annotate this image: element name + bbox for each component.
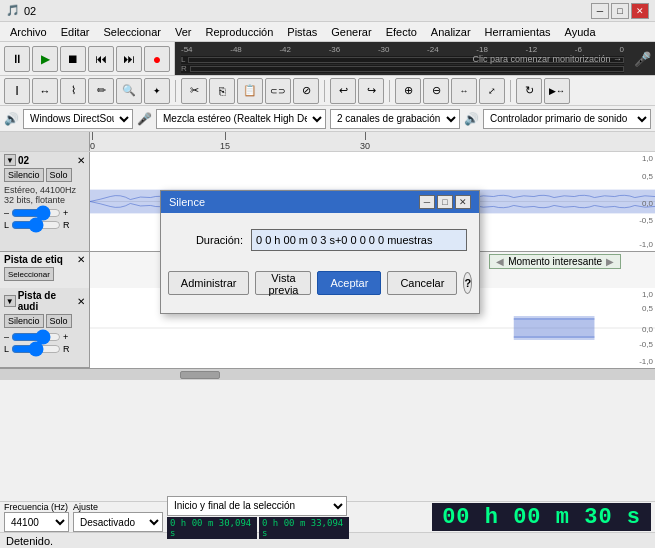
help-btn[interactable]: ? (463, 272, 472, 294)
dialog-minimize[interactable]: ─ (419, 195, 435, 209)
cancel-btn[interactable]: Cancelar (387, 271, 457, 295)
dialog-maximize[interactable]: □ (437, 195, 453, 209)
silence-dialog: Silence ─ □ ✕ Duración: Administrar Vist… (160, 190, 480, 314)
duration-label: Duración: (173, 234, 243, 246)
dialog-title-bar: Silence ─ □ ✕ (161, 191, 479, 213)
duration-input[interactable] (251, 229, 467, 251)
admin-btn[interactable]: Administrar (168, 271, 250, 295)
accept-btn[interactable]: Aceptar (317, 271, 381, 295)
dialog-close[interactable]: ✕ (455, 195, 471, 209)
modal-overlay: Silence ─ □ ✕ Duración: Administrar Vist… (0, 0, 655, 548)
preview-btn[interactable]: Vista previa (255, 271, 311, 295)
dialog-title: Silence (169, 196, 205, 208)
